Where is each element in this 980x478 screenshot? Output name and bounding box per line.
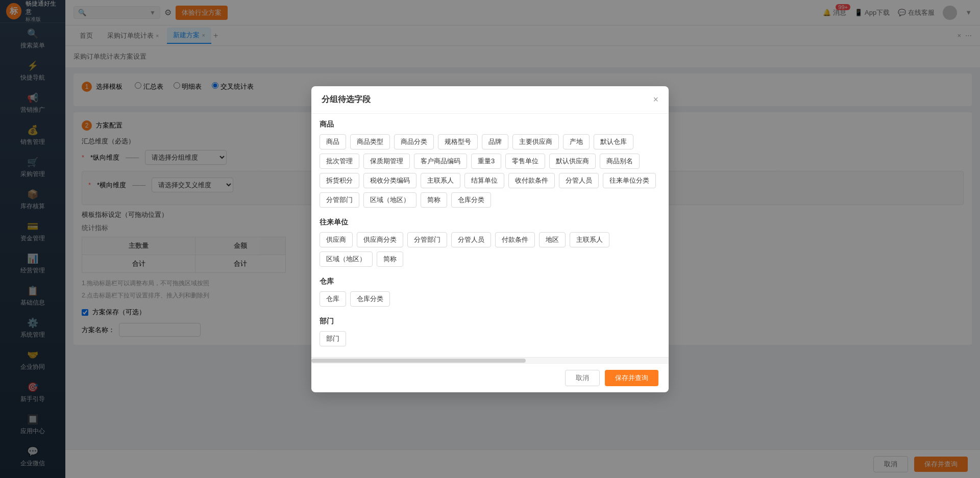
- tag-dept-1[interactable]: 部门: [320, 331, 346, 346]
- modal-content: 商品 商品 商品类型 商品分类 规格型号 品牌 主要供应商 产地 默认仓库 批次…: [311, 114, 669, 358]
- modal-confirm-button[interactable]: 保存并查询: [605, 370, 658, 386]
- tag-goods-6[interactable]: 主要供应商: [512, 134, 559, 149]
- tag-goods-9[interactable]: 批次管理: [320, 154, 359, 169]
- tag-partner-6[interactable]: 地区: [539, 232, 566, 247]
- section-goods-title: 商品: [320, 120, 660, 129]
- modal-hscroll-thumb[interactable]: [311, 359, 526, 363]
- tag-goods-19[interactable]: 结算单位: [464, 173, 504, 188]
- tag-goods-12[interactable]: 重量3: [471, 154, 501, 169]
- tag-partner-8[interactable]: 区域（地区）: [320, 251, 373, 267]
- section-partner-title: 往来单位: [320, 218, 660, 227]
- tag-goods-11[interactable]: 客户商品编码: [414, 154, 467, 169]
- warehouse-tags: 仓库 仓库分类: [320, 291, 660, 307]
- modal-footer: 取消 保存并查询: [311, 363, 669, 392]
- partner-tags: 供应商 供应商分类 分管部门 分管人员 付款条件 地区 主联系人 区域（地区） …: [320, 232, 660, 267]
- tag-partner-3[interactable]: 分管部门: [407, 232, 447, 247]
- tag-goods-2[interactable]: 商品类型: [350, 134, 390, 149]
- tag-goods-16[interactable]: 拆货积分: [320, 173, 359, 188]
- tag-goods-14[interactable]: 默认供应商: [549, 154, 596, 169]
- tag-goods-24[interactable]: 区域（地区）: [363, 192, 416, 208]
- tag-partner-4[interactable]: 分管人员: [451, 232, 491, 247]
- tag-partner-1[interactable]: 供应商: [320, 232, 353, 247]
- tag-goods-4[interactable]: 规格型号: [438, 134, 478, 149]
- tag-goods-20[interactable]: 收付款条件: [508, 173, 555, 188]
- modal-cancel-button[interactable]: 取消: [565, 370, 600, 386]
- dept-tags: 部门: [320, 331, 660, 346]
- modal-hscrollbar[interactable]: [311, 357, 669, 363]
- modal-body[interactable]: 商品 商品 商品类型 商品分类 规格型号 品牌 主要供应商 产地 默认仓库 批次…: [311, 114, 669, 358]
- tag-goods-25[interactable]: 简称: [421, 192, 447, 208]
- tag-warehouse-2[interactable]: 仓库分类: [350, 291, 390, 307]
- section-dept: 部门 部门: [320, 317, 660, 346]
- modal-header: 分组待选字段 ×: [311, 86, 669, 114]
- section-dept-title: 部门: [320, 317, 660, 326]
- section-warehouse-title: 仓库: [320, 277, 660, 286]
- tag-partner-7[interactable]: 主联系人: [570, 232, 609, 247]
- modal-close-button[interactable]: ×: [653, 94, 658, 105]
- tag-goods-7[interactable]: 产地: [563, 134, 590, 149]
- tag-goods-15[interactable]: 商品别名: [600, 154, 640, 169]
- tag-goods-8[interactable]: 默认仓库: [594, 134, 633, 149]
- tag-goods-10[interactable]: 保质期管理: [363, 154, 410, 169]
- tag-goods-18[interactable]: 主联系人: [421, 173, 460, 188]
- tag-partner-2[interactable]: 供应商分类: [357, 232, 403, 247]
- tag-goods-17[interactable]: 税收分类编码: [363, 173, 416, 188]
- goods-tags: 商品 商品类型 商品分类 规格型号 品牌 主要供应商 产地 默认仓库 批次管理 …: [320, 134, 660, 208]
- section-warehouse: 仓库 仓库 仓库分类: [320, 277, 660, 307]
- tag-warehouse-1[interactable]: 仓库: [320, 291, 346, 307]
- tag-goods-26[interactable]: 仓库分类: [451, 192, 491, 208]
- tag-partner-5[interactable]: 付款条件: [495, 232, 535, 247]
- tag-goods-23[interactable]: 分管部门: [320, 192, 359, 208]
- tag-goods-1[interactable]: 商品: [320, 134, 346, 149]
- section-goods: 商品 商品 商品类型 商品分类 规格型号 品牌 主要供应商 产地 默认仓库 批次…: [320, 120, 660, 208]
- tag-goods-5[interactable]: 品牌: [482, 134, 508, 149]
- modal-field-selector: 分组待选字段 × 商品 商品 商品类型 商品分类 规格型号 品牌 主要供应商 产…: [311, 86, 669, 392]
- tag-goods-3[interactable]: 商品分类: [394, 134, 434, 149]
- modal-title: 分组待选字段: [322, 94, 371, 105]
- tag-goods-13[interactable]: 零售单位: [505, 154, 545, 169]
- tag-goods-22[interactable]: 往来单位分类: [603, 173, 656, 188]
- tag-partner-9[interactable]: 简称: [377, 251, 403, 267]
- tag-goods-21[interactable]: 分管人员: [559, 173, 599, 188]
- section-partner: 往来单位 供应商 供应商分类 分管部门 分管人员 付款条件 地区 主联系人 区域…: [320, 218, 660, 267]
